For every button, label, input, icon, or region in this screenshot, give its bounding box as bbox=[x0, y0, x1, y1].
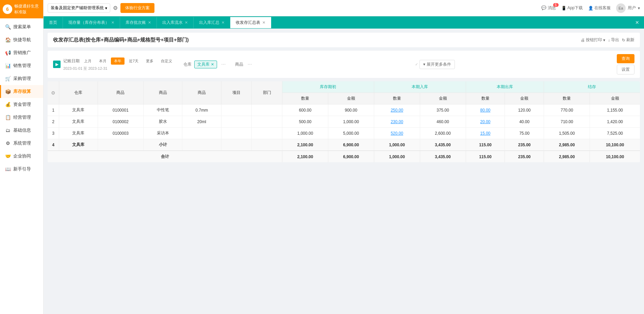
settings-button[interactable]: 设置 bbox=[617, 65, 634, 75]
sidebar-item-operation[interactable]: 📋 经营管理 bbox=[0, 111, 43, 124]
table-cell: 2,985.00 bbox=[544, 139, 590, 151]
th-code: 商品 bbox=[98, 81, 144, 104]
sidebar-item-system[interactable]: ⚙ 系统管理 bbox=[0, 137, 43, 150]
tab-close-summary[interactable]: ✕ bbox=[221, 20, 225, 25]
warehouse-tag-remove[interactable]: ✕ bbox=[211, 62, 214, 67]
table-cell: 20ml bbox=[182, 116, 221, 128]
logo-text: 畅捷通好生意 标准版 bbox=[14, 3, 39, 15]
print-button[interactable]: 🖨 按钮打印 ▾ bbox=[581, 37, 605, 43]
user-area[interactable]: Ea 用户 ▾ bbox=[616, 3, 640, 13]
expand-more-btn[interactable]: ▾ 展开更多条件 bbox=[419, 60, 455, 69]
notification-wrap[interactable]: 💬 6 消息 bbox=[541, 5, 556, 11]
table-cell[interactable]: 230.00 bbox=[374, 116, 420, 128]
table-cell bbox=[221, 116, 252, 128]
sidebar-nav: 🔍 搜索菜单 🏠 快捷导航 📢 营销推广 📊 销售管理 🛒 采购管理 📦 库存核… bbox=[0, 18, 43, 314]
sidebar-item-sales[interactable]: 📊 销售管理 bbox=[0, 59, 43, 72]
online-service[interactable]: 👤 在线客服 bbox=[588, 5, 611, 11]
th-out-amt: 金额 bbox=[505, 93, 544, 104]
table-cell[interactable]: 20.00 bbox=[466, 116, 505, 128]
date-btn-last-month[interactable]: 上月 bbox=[81, 57, 95, 65]
sidebar-item-inventory[interactable]: 📦 库存核算 bbox=[0, 85, 43, 98]
tab-close-stock-dist[interactable]: ✕ bbox=[111, 20, 114, 25]
footer-amt-end: 10,100.00 bbox=[590, 151, 640, 162]
table-cell bbox=[221, 104, 252, 116]
sidebar-item-finance[interactable]: 💰 资金管理 bbox=[0, 98, 43, 111]
print-chevron-icon: ▾ bbox=[603, 38, 605, 43]
sidebar-item-corp[interactable]: 🤝 企业协同 bbox=[0, 150, 43, 163]
footer-label: 合计 bbox=[48, 151, 282, 162]
column-settings-icon[interactable]: ⚙ bbox=[51, 90, 55, 96]
date-filter: 记账日期 上月 本月 本年 近7天 更多 自定义 2023-01-01 至 20… bbox=[63, 57, 175, 71]
operation-icon: 📋 bbox=[5, 115, 11, 120]
date-btn-this-year[interactable]: 本年 bbox=[111, 57, 125, 65]
table-cell: 1 bbox=[48, 104, 59, 116]
tab-close-batch[interactable]: ✕ bbox=[148, 20, 151, 25]
table-cell bbox=[182, 128, 221, 139]
table-cell: 0100002 bbox=[98, 116, 144, 128]
tab-flow[interactable]: 出入库流水 ✕ bbox=[157, 17, 194, 28]
inventory-icon: 📦 bbox=[5, 89, 11, 94]
experience-button[interactable]: 体验行业方案 bbox=[120, 3, 154, 13]
refresh-icon: ↻ bbox=[622, 38, 625, 43]
table-cell: 文具库 bbox=[59, 139, 98, 151]
expand-icon: ▾ bbox=[423, 62, 425, 67]
table-row: 2文具库0100002胶水20ml500.001,000.00230.00460… bbox=[48, 116, 640, 128]
sidebar-item-marketing[interactable]: 📢 营销推广 bbox=[0, 46, 43, 59]
table-footer-row: 合计 2,100.00 6,900.00 1,000.00 3,435.00 1… bbox=[48, 151, 640, 162]
sidebar-item-basic[interactable]: 🗂 基础信息 bbox=[0, 124, 43, 137]
filter-collapse-btn[interactable]: ▶ bbox=[53, 61, 61, 68]
footer-amt-out: 235.00 bbox=[505, 151, 544, 162]
table-cell: 460.00 bbox=[420, 116, 466, 128]
system-select[interactable]: 装备及固定资产辅助管理系统 ▾ bbox=[48, 3, 110, 13]
date-btn-custom[interactable]: 自定义 bbox=[158, 57, 175, 65]
table-cell: 770.00 bbox=[544, 104, 590, 116]
table-cell: 1,155.00 bbox=[590, 104, 640, 116]
sidebar-item-quicknav[interactable]: 🏠 快捷导航 bbox=[0, 33, 43, 46]
warehouse-more-btn[interactable]: ··· bbox=[220, 61, 227, 67]
export-button[interactable]: ↓ 导出 bbox=[608, 37, 619, 43]
date-btn-more[interactable]: 更多 bbox=[143, 57, 156, 65]
table-cell: 1,000.00 bbox=[282, 128, 328, 139]
table-cell[interactable]: 80.00 bbox=[466, 104, 505, 116]
th-init-qty: 数量 bbox=[282, 93, 328, 104]
date-btn-7days[interactable]: 近7天 bbox=[126, 57, 142, 65]
sidebar-item-search[interactable]: 🔍 搜索菜单 bbox=[0, 20, 43, 33]
table-cell[interactable]: 250.00 bbox=[374, 104, 420, 116]
tab-recv-send[interactable]: 收发存汇总表 ✕ bbox=[230, 17, 271, 28]
home-icon: 🏠 bbox=[5, 37, 11, 43]
main-area: 装备及固定资产辅助管理系统 ▾ ⚙ 体验行业方案 💬 6 消息 📱 App下载 … bbox=[44, 0, 644, 314]
gear-icon[interactable]: ⚙ bbox=[113, 5, 118, 11]
warehouse-label: 仓库 bbox=[183, 62, 192, 67]
sidebar-item-purchase[interactable]: 🛒 采购管理 bbox=[0, 72, 43, 85]
tab-bar-close-all[interactable]: ✕ bbox=[630, 17, 644, 28]
table-cell: 文具库 bbox=[59, 128, 98, 139]
tab-close-recv-send[interactable]: ✕ bbox=[262, 20, 265, 25]
sidebar-item-guide[interactable]: 📖 新手引导 bbox=[0, 163, 43, 176]
query-button[interactable]: 查询 bbox=[617, 54, 634, 63]
th-in-amt: 金额 bbox=[420, 93, 466, 104]
date-btn-this-month[interactable]: 本月 bbox=[96, 57, 110, 65]
table-header-row-1: ⚙ 仓库 商品 商品 商品 项目 部门 库存期初 本期入库 本期出库 结存 bbox=[48, 81, 640, 93]
app-download[interactable]: 📱 App下载 bbox=[561, 5, 583, 11]
table-cell[interactable]: 520.00 bbox=[374, 128, 420, 139]
chevron-down-icon: ▾ bbox=[105, 6, 107, 11]
tab-stock-dist[interactable]: 现存量（库存分布表） ✕ bbox=[63, 17, 120, 28]
tab-bar: 首页 现存量（库存分布表） ✕ 库存批次账 ✕ 出入库流水 ✕ 出入库汇总 ✕ … bbox=[44, 16, 644, 29]
table-cell: 3,435.00 bbox=[420, 139, 466, 151]
goods-more-btn[interactable]: ··· bbox=[246, 61, 253, 67]
table-cell[interactable]: 15.00 bbox=[466, 128, 505, 139]
tab-close-flow[interactable]: ✕ bbox=[185, 20, 188, 25]
tab-home[interactable]: 首页 bbox=[44, 17, 63, 28]
refresh-button[interactable]: ↻ 刷新 bbox=[622, 37, 634, 43]
table-cell bbox=[252, 104, 282, 116]
th-warehouse: 仓库 bbox=[59, 81, 98, 104]
th-gear[interactable]: ⚙ bbox=[48, 81, 59, 104]
date-range-display: 2023-01-01 至 2023-12-31 bbox=[63, 66, 175, 71]
tab-summary[interactable]: 出入库汇总 ✕ bbox=[194, 17, 230, 28]
table-cell: 900.00 bbox=[328, 104, 374, 116]
mobile-icon: 📱 bbox=[561, 6, 566, 11]
th-spec: 商品 bbox=[182, 81, 221, 104]
th-end-qty: 数量 bbox=[544, 93, 590, 104]
footer-amt-in: 3,435.00 bbox=[420, 151, 466, 162]
tab-batch[interactable]: 库存批次账 ✕ bbox=[120, 17, 157, 28]
